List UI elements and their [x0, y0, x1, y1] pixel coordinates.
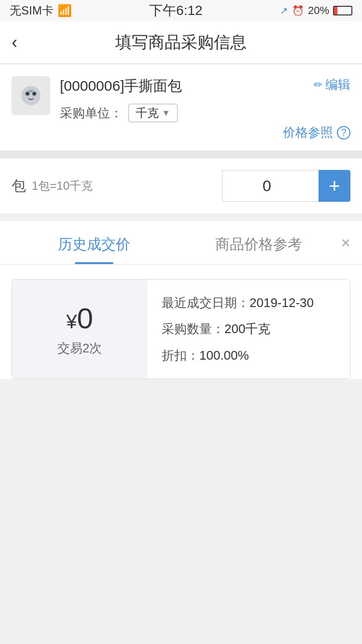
unit-conversion: 1包=10千克: [32, 178, 93, 194]
unit-label: 包 1包=10千克: [12, 176, 93, 196]
battery-percent: 20%: [308, 4, 329, 17]
transaction-count: 交易2次: [57, 340, 102, 357]
status-bar: 无SIM卡 📶 下午6:12 ↗ ⏰ 20%: [0, 0, 362, 21]
purchase-qty-value: 200千克: [224, 322, 270, 336]
unit-value: 千克: [136, 105, 159, 121]
page-title: 填写商品采购信息: [115, 31, 247, 54]
svg-point-0: [21, 86, 41, 105]
product-left: [0000006]手撕面包 采购单位： 千克 ▼: [12, 76, 182, 122]
location-icon: ↗: [280, 5, 288, 16]
status-right: ↗ ⏰ 20%: [280, 4, 352, 17]
discount-row: 折扣：100.00%: [162, 347, 335, 364]
edit-button[interactable]: ✏ 编辑: [314, 76, 350, 93]
nav-bar: ‹ 填写商品采购信息: [0, 21, 362, 64]
svg-point-3: [26, 92, 29, 95]
recent-date-label: 最近成交日期：: [162, 295, 250, 310]
product-section: [0000006]手撕面包 采购单位： 千克 ▼ ✏ 编辑 价格参照 ?: [0, 65, 362, 151]
recent-date-value: 2019-12-30: [250, 295, 314, 310]
help-icon: ?: [337, 126, 350, 140]
status-left: 无SIM卡 📶: [10, 3, 72, 18]
price-card: ¥0 交易2次 最近成交日期：2019-12-30 采购数量：200千克 折扣：…: [12, 279, 350, 379]
battery-icon: [333, 6, 352, 15]
price-ref-row: 价格参照 ?: [12, 124, 350, 141]
product-info: [0000006]手撕面包 采购单位： 千克 ▼: [60, 76, 182, 122]
carrier-label: 无SIM卡: [10, 3, 54, 18]
back-button[interactable]: ‹: [12, 32, 17, 53]
price-ref-button[interactable]: 价格参照 ?: [283, 124, 350, 141]
purchase-qty-row: 采购数量：200千克: [162, 320, 335, 337]
product-image: [16, 81, 45, 110]
tabs-header: 历史成交价 商品价格参考 ×: [0, 221, 362, 265]
product-name: [0000006]手撕面包: [60, 76, 182, 96]
dropdown-arrow-icon: ▼: [162, 108, 170, 118]
tab-section: 历史成交价 商品价格参考 × ¥0 交易2次 最近成交日期：2019-12-30…: [0, 221, 362, 379]
edit-label: 编辑: [325, 76, 350, 93]
tab-price-reference[interactable]: 商品价格参考: [176, 221, 341, 264]
unit-selector[interactable]: 千克 ▼: [128, 104, 178, 122]
svg-point-4: [33, 92, 36, 95]
purchase-qty-label: 采购数量：: [162, 322, 224, 336]
quantity-control: +: [222, 170, 350, 202]
product-thumbnail: [12, 76, 50, 115]
price-ref-label: 价格参照: [283, 124, 333, 141]
separator: [0, 151, 362, 158]
discount-value: 100.00%: [199, 348, 249, 363]
price-card-left: ¥0 交易2次: [12, 280, 147, 378]
quantity-input[interactable]: [222, 170, 319, 202]
purchase-unit-label: 采购单位：: [60, 105, 123, 122]
edit-icon: ✏: [314, 79, 322, 91]
product-header: [0000006]手撕面包 采购单位： 千克 ▼ ✏ 编辑: [12, 76, 350, 122]
currency-symbol: ¥: [66, 311, 77, 332]
discount-label: 折扣：: [162, 348, 199, 363]
purchase-unit-row: 采购单位： 千克 ▼: [60, 104, 182, 122]
quantity-plus-button[interactable]: +: [319, 170, 350, 202]
alarm-icon: ⏰: [292, 5, 304, 16]
price-card-right: 最近成交日期：2019-12-30 采购数量：200千克 折扣：100.00%: [147, 280, 350, 378]
unit-character: 包: [12, 176, 26, 196]
status-time: 下午6:12: [149, 1, 203, 20]
tab-close-button[interactable]: ×: [341, 224, 350, 262]
content-area: [0, 393, 362, 644]
price-value: 0: [77, 302, 93, 335]
recent-date-row: 最近成交日期：2019-12-30: [162, 294, 335, 311]
wifi-icon: 📶: [57, 4, 72, 17]
quantity-section: 包 1包=10千克 +: [0, 158, 362, 213]
tab-history-price[interactable]: 历史成交价: [12, 221, 176, 264]
price-display: ¥0: [66, 302, 93, 335]
